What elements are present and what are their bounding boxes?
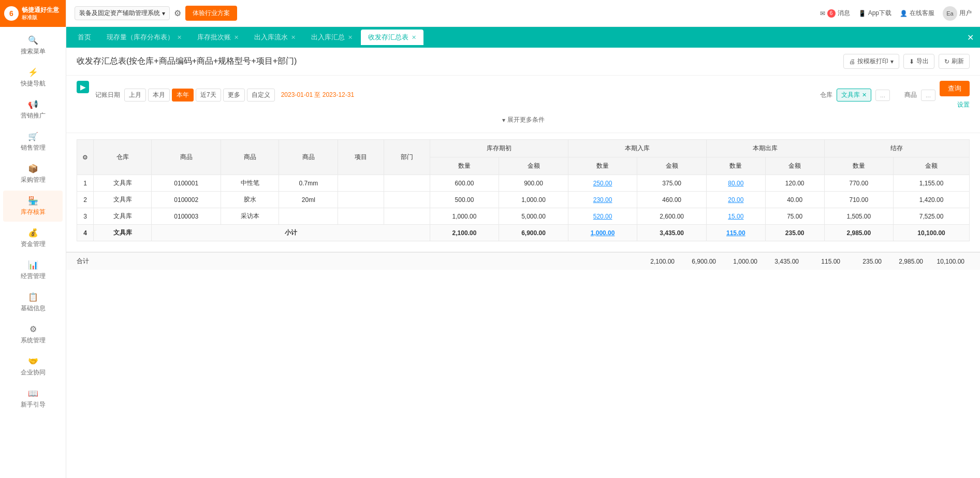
online-service-action[interactable]: 👤 在线客服 <box>900 9 934 18</box>
col-close-header: 结存 <box>824 140 969 157</box>
cell-out-amt: 40.00 <box>765 192 824 208</box>
tab-flow[interactable]: 出入库流水✕ <box>247 30 303 45</box>
tab-close-icon[interactable]: ✕ <box>412 34 416 41</box>
message-action[interactable]: ✉ 6 消息 <box>820 9 850 18</box>
cell-in-qty[interactable]: 230.00 <box>568 192 637 208</box>
tab-home[interactable]: 首页 <box>70 30 98 45</box>
tab-close-icon[interactable]: ✕ <box>348 34 353 41</box>
sidebar-item-basic-info[interactable]: 📋基础信息 <box>3 287 63 318</box>
header-left: 装备及固定资产辅助管理系统 ▾ ⚙ 体验行业方案 <box>75 6 237 21</box>
tab-label: 出入库汇总 <box>311 33 345 42</box>
message-label: 消息 <box>838 9 850 18</box>
sidebar-item-enterprise[interactable]: 🤝企业协同 <box>3 351 63 382</box>
cell-goods-code: 0100002 <box>152 192 221 208</box>
footer-values: 2,100.00 6,900.00 1,000.00 3,435.00 115.… <box>222 258 970 265</box>
sidebar-item-label: 搜索菜单 <box>21 47 46 56</box>
settings-link[interactable]: 设置 <box>957 100 970 109</box>
cell-in-amt: 2,600.00 <box>637 208 707 225</box>
date-range-label: 2023-01-01 至 2023-12-31 <box>281 91 354 99</box>
tab-bar-close[interactable]: ✕ <box>965 31 976 45</box>
app-logo: 6 畅捷通好生意 标准版 <box>0 0 66 27</box>
cell-in-qty[interactable]: 520.00 <box>568 208 637 225</box>
page-actions: 🖨 按模板打印 ▾ ⬇ 导出 ↻ 刷新 <box>843 54 970 75</box>
sidebar-item-marketing[interactable]: 📢营销推广 <box>3 94 63 125</box>
logo-text: 畅捷通好生意 标准版 <box>22 6 59 21</box>
tab-inventory-dist[interactable]: 现存量（库存分布表）✕ <box>99 30 189 45</box>
tab-summary[interactable]: 出入库汇总✕ <box>304 30 360 45</box>
system-icon: ⚙ <box>30 324 37 334</box>
inventory-icon: 🏪 <box>28 196 38 206</box>
date-btn-更多[interactable]: 更多 <box>223 89 245 102</box>
tab-label: 现存量（库存分布表） <box>107 33 174 42</box>
col-settings-header[interactable]: ⚙ <box>77 140 94 175</box>
sidebar: 6 畅捷通好生意 标准版 🔍搜索菜单⚡快捷导航📢营销推广🛒销售管理📦采购管理🏪库… <box>0 0 66 478</box>
cell-open-amt: 1,000.00 <box>499 192 568 208</box>
settings-gear-icon[interactable]: ⚙ <box>174 8 181 18</box>
subtotal-in-qty: 1,000.00 <box>568 225 637 241</box>
cell-out-qty[interactable]: 15.00 <box>706 208 765 225</box>
tab-close-icon[interactable]: ✕ <box>291 34 296 41</box>
sidebar-item-search[interactable]: 🔍搜索菜单 <box>3 30 63 61</box>
cell-warehouse: 文具库 <box>94 208 152 225</box>
sidebar-item-purchase[interactable]: 📦采购管理 <box>3 158 63 190</box>
subtotal-label: 小计 <box>152 225 430 241</box>
system-selector[interactable]: 装备及固定资产辅助管理系统 ▾ <box>75 6 170 20</box>
search-action-col: 查询 设置 <box>940 81 970 109</box>
export-button[interactable]: ⬇ 导出 <box>903 54 934 69</box>
sidebar-item-label: 营销推广 <box>21 111 46 120</box>
warehouse-tag-close[interactable]: ✕ <box>862 92 867 98</box>
sidebar-item-inventory[interactable]: 🏪库存核算 <box>3 191 63 222</box>
sidebar-item-finance[interactable]: 💰资金管理 <box>3 223 63 254</box>
marketing-icon: 📢 <box>28 99 38 109</box>
tab-close-icon[interactable]: ✕ <box>234 34 239 41</box>
cell-out-qty[interactable]: 80.00 <box>706 175 765 192</box>
warehouse-tag: 文具库 ✕ <box>837 89 871 102</box>
sidebar-item-sales[interactable]: 🛒销售管理 <box>3 126 63 157</box>
goods-ellipsis-btn[interactable]: ... <box>921 90 935 101</box>
subtotal-out-amt: 235.00 <box>765 225 824 241</box>
filter-arrow[interactable]: ▶ <box>77 81 89 93</box>
quick-nav-icon: ⚡ <box>28 67 38 77</box>
date-btn-上月[interactable]: 上月 <box>124 89 146 102</box>
print-button[interactable]: 🖨 按模板打印 ▾ <box>843 54 899 69</box>
tab-close-icon[interactable]: ✕ <box>177 34 182 41</box>
tab-batch-ledger[interactable]: 库存批次账✕ <box>190 30 246 45</box>
cell-in-qty[interactable]: 250.00 <box>568 175 637 192</box>
tab-label: 首页 <box>78 33 91 42</box>
date-btn-本月[interactable]: 本月 <box>148 89 170 102</box>
col-goods-spec-header: 商品 <box>279 140 338 175</box>
app-download-action[interactable]: 📱 App下载 <box>858 9 891 18</box>
subtotal-row: 4 文具库 小计 2,100.00 6,900.00 1,000.00 3,43… <box>77 225 970 241</box>
search-button[interactable]: 查询 <box>940 81 970 96</box>
table-row: 3 文具库 0100003 采访本 1,000.00 5,000.00 520.… <box>77 208 970 225</box>
cell-out-qty[interactable]: 20.00 <box>706 192 765 208</box>
sidebar-item-label: 新手引导 <box>21 400 46 409</box>
sidebar-item-guide[interactable]: 📖新手引导 <box>3 383 63 414</box>
date-btn-本年[interactable]: 本年 <box>172 89 194 102</box>
tab-receive-summary[interactable]: 收发存汇总表✕ <box>361 30 423 45</box>
sidebar-item-quick-nav[interactable]: ⚡快捷导航 <box>3 62 63 93</box>
refresh-button[interactable]: ↻ 刷新 <box>939 54 970 69</box>
user-action[interactable]: Ea 用户 <box>943 6 972 21</box>
sidebar-item-label: 系统管理 <box>21 336 46 345</box>
warehouse-tag-text: 文具库 <box>841 91 860 99</box>
cell-no: 2 <box>77 192 94 208</box>
subtotal-in-amt: 3,435.00 <box>637 225 707 241</box>
try-button[interactable]: 体验行业方案 <box>185 6 237 21</box>
dropdown-icon: ▾ <box>162 10 165 17</box>
warehouse-label: 仓库 <box>820 91 832 99</box>
sidebar-item-label: 资金管理 <box>21 240 46 249</box>
date-buttons: 上月本月本年近7天更多自定义 <box>124 89 275 102</box>
warehouse-more-btn[interactable]: ... <box>875 90 890 101</box>
cell-close-qty: 1,505.00 <box>824 208 894 225</box>
col-open-amt-header: 金额 <box>499 157 568 175</box>
sidebar-item-system[interactable]: ⚙系统管理 <box>3 319 63 350</box>
date-btn-近7天[interactable]: 近7天 <box>196 89 221 102</box>
cell-close-amt: 7,525.00 <box>894 208 970 225</box>
sidebar-item-operations[interactable]: 📊经营管理 <box>3 255 63 286</box>
expand-more-btn[interactable]: ▾ 展开更多条件 <box>77 112 970 127</box>
cell-open-amt: 5,000.00 <box>499 208 568 225</box>
cell-in-amt: 460.00 <box>637 192 707 208</box>
col-project-header: 项目 <box>338 140 384 175</box>
date-btn-自定义[interactable]: 自定义 <box>247 89 275 102</box>
